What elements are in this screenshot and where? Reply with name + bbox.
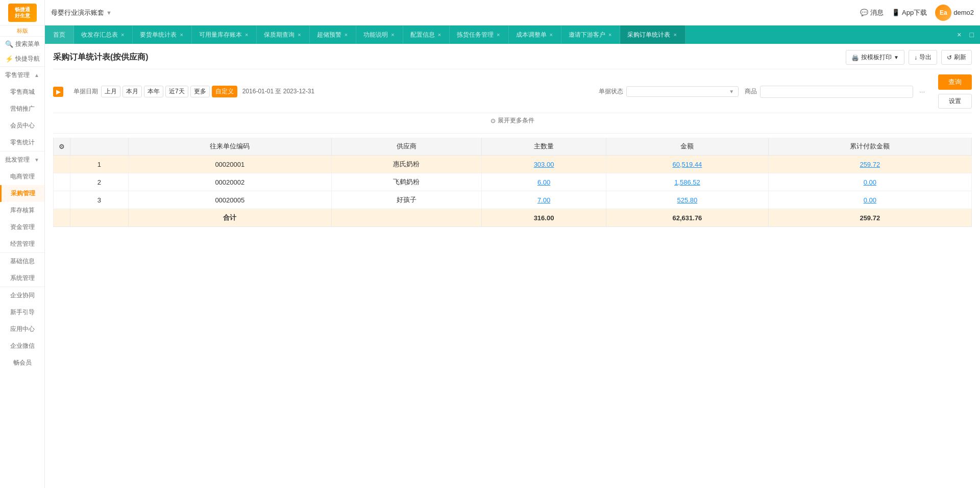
print-button[interactable]: 🖨️ 按模板打印 ▼ [846,50,904,65]
sidebar-item-retail-mall[interactable]: 零售商城 [0,84,44,100]
shortcut-this-month[interactable]: 本月 [122,86,142,97]
tab-function-close[interactable]: × [390,31,395,38]
wholesale-label: 批发管理 [5,156,30,164]
export-button[interactable]: ↓ 导出 [909,50,937,65]
message-label: 消息 [870,8,884,17]
expand-more-label: 展开更多条件 [498,116,534,125]
row1-vendor-name: 惠氏奶粉 [332,156,482,173]
row3-paid-link[interactable]: 0.00 [864,196,876,204]
app-center-label: 应用中心 [10,325,35,333]
row3-amount: 525.80 [606,191,768,209]
th-settings[interactable]: ⚙ [54,138,70,156]
row1-quantity-link[interactable]: 303.00 [534,161,554,168]
member-label: 会员中心 [10,121,35,130]
tab-warranty-close[interactable]: × [297,31,302,38]
table-header-row: ⚙ 往来单位编码 供应商 主数量 金额 累计付款金额 [54,138,972,156]
row2-amount-link[interactable]: 1,586.52 [674,178,700,186]
sidebar-item-app-center[interactable]: 应用中心 [0,321,44,338]
tab-config-close[interactable]: × [437,31,442,38]
row2-paid-link[interactable]: 0.00 [864,178,876,186]
row2-quantity-link[interactable]: 6.00 [537,178,550,186]
tab-warranty-query[interactable]: 保质期查询 × [257,25,309,44]
sidebar-item-quick-nav[interactable]: ⚡ 快捷导航 [0,52,44,66]
username-label: demo2 [953,9,974,16]
th-quantity: 主数量 [481,138,606,156]
sidebar-item-vip[interactable]: 畅会员 [0,354,44,371]
message-button[interactable]: 💬 消息 [860,8,884,17]
user-menu[interactable]: Ea demo2 [935,5,974,21]
refresh-button[interactable]: ↺ 刷新 [941,50,972,65]
shortcut-last-month[interactable]: 上月 [101,86,120,97]
tab-picking-task[interactable]: 拣货任务管理 × [450,25,508,44]
shortcut-this-year[interactable]: 本年 [144,86,163,97]
status-select[interactable]: ▼ [626,86,739,97]
sidebar-item-system[interactable]: 系统管理 [0,270,44,287]
tab-purchase-summary-close[interactable]: × [672,31,677,38]
workspace-selector[interactable]: 母婴行业演示账套 ▼ [51,8,112,17]
tab-requisition-close[interactable]: × [179,31,184,38]
sidebar-item-inventory[interactable]: 库存核算 [0,202,44,219]
shortcut-custom[interactable]: 自定义 [212,86,237,97]
tab-receive-summary[interactable]: 收发存汇总表 × [74,25,133,44]
row1-amount-link[interactable]: 60,519.44 [673,161,702,168]
goods-filter-input[interactable] [760,86,913,98]
shortcut-more[interactable]: 更多 [190,86,210,97]
sidebar-item-purchase[interactable]: 采购管理 [0,185,44,202]
goods-filter-more-icon[interactable]: ··· [916,88,928,95]
tab-invite-close[interactable]: × [607,31,612,38]
sidebar-item-new-guide[interactable]: 新手引导 [0,304,44,321]
tab-cost-close[interactable]: × [549,31,554,38]
sidebar-item-basic-info[interactable]: 基础信息 [0,253,44,270]
tab-home[interactable]: 首页 [45,25,74,44]
sidebar-item-member[interactable]: 会员中心 [0,117,44,134]
tab-function-desc[interactable]: 功能说明 × [356,25,403,44]
tab-picking-close[interactable]: × [496,31,501,38]
table-row[interactable]: 3 00020005 好孩子 7.00 525.80 0.00 [54,191,972,209]
tab-purchase-summary[interactable]: 采购订单统计表 × [620,25,685,44]
row3-amount-link[interactable]: 525.80 [677,196,698,204]
tab-overstock-alert[interactable]: 超储预警 × [310,25,356,44]
topbar: 母婴行业演示账套 ▼ 💬 消息 📱 App下载 Ea demo2 [45,0,980,25]
tab-maximize-button[interactable]: □ [968,30,976,40]
sidebar-item-enterprise-wechat[interactable]: 企业微信 [0,338,44,354]
filter-expand-more[interactable]: ⊙ 展开更多条件 [53,113,972,128]
row2-vendor-name: 飞鹤奶粉 [332,173,482,191]
table-row[interactable]: 2 00020002 飞鹤奶粉 6.00 1,586.52 0.00 [54,173,972,191]
tab-cost-adjust[interactable]: 成本调整单 × [509,25,561,44]
workspace-label: 母婴行业演示账套 [51,8,104,17]
topbar-left: 母婴行业演示账套 ▼ [51,8,112,17]
th-index [70,138,129,156]
table-row[interactable]: 1 00020001 惠氏奶粉 303.00 60,519.44 259.72 [54,156,972,173]
shortcut-7days[interactable]: 近7天 [165,86,188,97]
settings-button[interactable]: 设置 [938,94,972,109]
sidebar-item-finance[interactable]: 资金管理 [0,219,44,236]
row1-paid-link[interactable]: 259.72 [860,161,880,168]
sidebar-item-marketing[interactable]: 营销推广 [0,100,44,117]
tab-available-stock[interactable]: 可用量库存账本 × [192,25,257,44]
footer-index [70,209,129,227]
sidebar-item-search[interactable]: 🔍 搜索菜单 [0,37,44,52]
filter-expand-button[interactable]: ▶ [53,87,63,97]
tab-config-info[interactable]: 配置信息 × [403,25,450,44]
sidebar-item-enterprise[interactable]: 企业协同 [0,287,44,304]
query-button[interactable]: 查询 [938,74,972,90]
tab-requisition-summary[interactable]: 要货单统计表 × [133,25,191,44]
footer-settings [54,209,70,227]
filter-goods-item: 商品 ··· [745,86,928,98]
app-download-button[interactable]: 📱 App下载 [892,8,927,17]
sidebar-item-retail[interactable]: 零售管理 ▲ [0,66,44,84]
tab-invite-downstream[interactable]: 邀请下游客户 × [561,25,620,44]
tab-available-stock-close[interactable]: × [244,31,249,38]
sidebar-item-retail-stats[interactable]: 零售统计 [0,134,44,151]
sidebar-item-operation[interactable]: 经营管理 [0,236,44,252]
row3-quantity-link[interactable]: 7.00 [537,196,550,204]
footer-amount: 62,631.76 [606,209,768,227]
row3-paid-amount: 0.00 [768,191,971,209]
tab-overstock-close[interactable]: × [344,31,349,38]
export-label: 导出 [919,53,932,62]
table-footer-row: 合计 316.00 62,631.76 259.72 [54,209,972,227]
sidebar-item-wholesale[interactable]: 批发管理 ▼ [0,151,44,168]
tab-close-all-button[interactable]: × [955,30,963,40]
tab-receive-summary-close[interactable]: × [120,31,125,38]
sidebar-item-ecommerce[interactable]: 电商管理 [0,168,44,185]
